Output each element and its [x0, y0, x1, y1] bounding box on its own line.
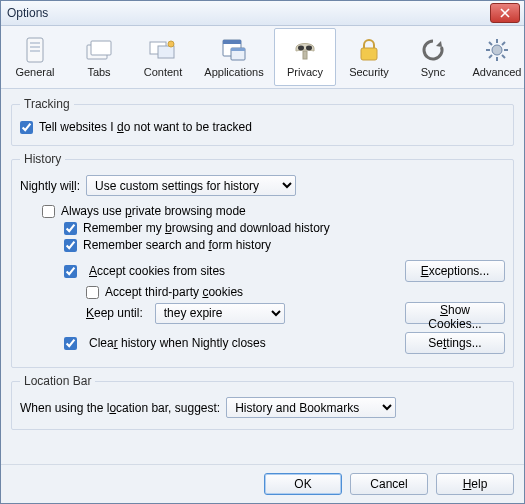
tab-content[interactable]: Content	[132, 28, 194, 86]
history-group: History Nightly will: Use custom setting…	[11, 152, 514, 368]
svg-rect-5	[91, 41, 111, 55]
tracking-legend: Tracking	[20, 97, 74, 111]
svg-point-14	[306, 46, 312, 51]
clear-on-close-label: Clear history when Nightly closes	[89, 336, 266, 350]
svg-line-25	[489, 55, 492, 58]
tab-advanced-label: Advanced	[473, 66, 522, 78]
svg-rect-1	[30, 42, 40, 44]
svg-point-17	[492, 45, 502, 55]
general-icon	[21, 36, 49, 64]
tab-sync-label: Sync	[421, 66, 445, 78]
keep-until-select[interactable]: they expire	[155, 303, 285, 324]
tabs-icon	[85, 36, 113, 64]
close-icon	[500, 8, 510, 18]
history-legend: History	[20, 152, 65, 166]
tab-tabs[interactable]: Tabs	[68, 28, 130, 86]
sync-icon	[419, 36, 447, 64]
tracking-group: Tracking Tell websites I do not want to …	[11, 97, 514, 146]
options-window: Options General Tabs Content Application…	[0, 0, 525, 504]
privacy-icon	[291, 36, 319, 64]
svg-rect-2	[30, 46, 40, 48]
content-icon	[149, 36, 177, 64]
close-button[interactable]	[490, 3, 520, 23]
locationbar-label: When using the location bar, suggest:	[20, 401, 220, 415]
exceptions-button[interactable]: Exceptions...	[405, 260, 505, 282]
keep-until-label: Keep until:	[86, 306, 143, 320]
dialog-buttons: OK Cancel Help	[1, 464, 524, 503]
svg-rect-7	[158, 46, 174, 58]
remember-browsing-checkbox[interactable]	[64, 222, 77, 235]
tab-advanced[interactable]: Advanced	[466, 28, 525, 86]
svg-rect-3	[30, 50, 40, 52]
accept-third-party-label: Accept third-party cookies	[105, 285, 243, 299]
privacy-panel: Tracking Tell websites I do not want to …	[1, 89, 524, 464]
history-mode-select[interactable]: Use custom settings for history	[86, 175, 296, 196]
titlebar: Options	[1, 1, 524, 26]
svg-rect-15	[303, 51, 307, 59]
always-private-checkbox[interactable]	[42, 205, 55, 218]
svg-line-22	[489, 42, 492, 45]
tab-privacy[interactable]: Privacy	[274, 28, 336, 86]
advanced-icon	[483, 36, 511, 64]
svg-point-8	[168, 41, 174, 47]
window-title: Options	[7, 6, 48, 20]
always-private-label: Always use private browsing mode	[61, 204, 246, 218]
remember-forms-checkbox[interactable]	[64, 239, 77, 252]
cancel-button[interactable]: Cancel	[350, 473, 428, 495]
help-button[interactable]: Help	[436, 473, 514, 495]
clear-settings-button[interactable]: Settings...	[405, 332, 505, 354]
svg-rect-10	[223, 40, 241, 44]
accept-third-party-checkbox[interactable]	[86, 286, 99, 299]
applications-icon	[220, 36, 248, 64]
tab-security[interactable]: Security	[338, 28, 400, 86]
ok-button[interactable]: OK	[264, 473, 342, 495]
clear-on-close-checkbox[interactable]	[64, 337, 77, 350]
category-toolbar: General Tabs Content Applications Privac…	[1, 26, 524, 89]
tab-applications[interactable]: Applications	[196, 28, 272, 86]
show-cookies-button[interactable]: Show Cookies...	[405, 302, 505, 324]
locationbar-legend: Location Bar	[20, 374, 95, 388]
tab-sync[interactable]: Sync	[402, 28, 464, 86]
tab-general[interactable]: General	[4, 28, 66, 86]
locationbar-select[interactable]: History and Bookmarks	[226, 397, 396, 418]
svg-point-13	[298, 46, 304, 51]
tab-privacy-label: Privacy	[287, 66, 323, 78]
tab-security-label: Security	[349, 66, 389, 78]
svg-line-24	[502, 42, 505, 45]
tab-applications-label: Applications	[204, 66, 263, 78]
dnt-label: Tell websites I do not want to be tracke…	[39, 120, 252, 134]
locationbar-group: Location Bar When using the location bar…	[11, 374, 514, 430]
accept-cookies-label: Accept cookies from sites	[89, 264, 225, 278]
tab-content-label: Content	[144, 66, 183, 78]
tab-tabs-label: Tabs	[87, 66, 110, 78]
accept-cookies-checkbox[interactable]	[64, 265, 77, 278]
nightly-will-label: Nightly will:	[20, 179, 80, 193]
tab-general-label: General	[15, 66, 54, 78]
security-icon	[355, 36, 383, 64]
svg-line-23	[502, 55, 505, 58]
dnt-checkbox[interactable]	[20, 121, 33, 134]
svg-rect-12	[231, 48, 245, 51]
remember-forms-label: Remember search and form history	[83, 238, 271, 252]
svg-rect-16	[361, 48, 377, 60]
remember-browsing-label: Remember my browsing and download histor…	[83, 221, 330, 235]
